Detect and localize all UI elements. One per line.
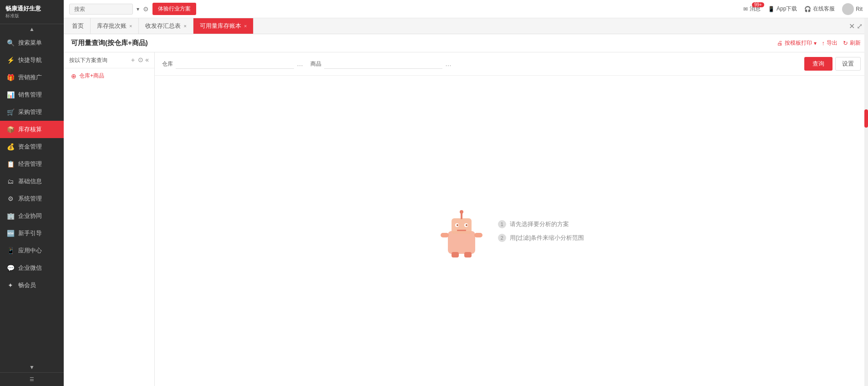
sidebar-item-marketing[interactable]: 🎁营销推广 bbox=[0, 69, 64, 86]
content-area: 按以下方案查询 ＋ ⊙ « ⊕仓库+商品 仓库 … 商品 bbox=[64, 52, 868, 386]
sidebar-bottom: ☰ bbox=[0, 372, 64, 386]
scheme-panel: 按以下方案查询 ＋ ⊙ « ⊕仓库+商品 bbox=[64, 52, 155, 386]
refresh-btn[interactable]: ↻ 刷新 bbox=[843, 39, 861, 47]
svg-rect-8 bbox=[457, 230, 466, 231]
collapse-icon[interactable]: « bbox=[145, 56, 149, 64]
print-label: 按模板打印 bbox=[785, 39, 812, 47]
tab-label-available: 可用量库存账本 bbox=[200, 22, 241, 30]
sidebar: 畅康通好生意 标准版 ▲ 🔍搜索菜单⚡快捷导航🎁营销推广📊销售管理🛒采购管理📦库… bbox=[0, 0, 64, 386]
scheme-item-warehouse-goods[interactable]: ⊕仓库+商品 bbox=[64, 68, 154, 83]
warehouse-label: 仓库 bbox=[162, 60, 173, 68]
sidebar-item-system[interactable]: ⚙系统管理 bbox=[0, 190, 64, 207]
wechat-icon: 💬 bbox=[6, 264, 15, 272]
print-dropdown-icon[interactable]: ▾ bbox=[814, 40, 817, 46]
sidebar-item-label: 系统管理 bbox=[18, 195, 42, 203]
empty-tips: 1 请先选择要分析的方案 2 用[过滤]条件来缩小分析范围 bbox=[498, 220, 584, 242]
svg-point-3 bbox=[460, 210, 463, 214]
export-icon: ↑ bbox=[822, 40, 825, 46]
setting-button[interactable]: 设置 bbox=[835, 57, 861, 71]
robot-svg bbox=[439, 208, 484, 258]
warehouse-field: 仓库 … bbox=[162, 59, 303, 69]
sidebar-item-purchase[interactable]: 🛒采购管理 bbox=[0, 103, 64, 121]
query-button[interactable]: 查询 bbox=[804, 57, 832, 71]
close-tab-btn[interactable]: ✕ bbox=[849, 22, 855, 31]
filter-area: 仓库 … 商品 … 查询 设置 bbox=[155, 52, 868, 386]
warehouse-input[interactable] bbox=[176, 59, 294, 69]
tab-close-batch[interactable]: × bbox=[129, 23, 132, 29]
right-scrollbar[interactable] bbox=[864, 18, 868, 386]
sidebar-item-corp[interactable]: 🏢企业协同 bbox=[0, 207, 64, 225]
sidebar-scroll-down[interactable]: ▼ bbox=[0, 362, 64, 372]
tab-close-summary[interactable]: × bbox=[183, 23, 186, 29]
message-badge: 99+ bbox=[752, 2, 764, 7]
app-title: 畅康通好生意 bbox=[5, 5, 58, 13]
user-avatar[interactable]: Rit bbox=[842, 3, 863, 15]
gear-icon[interactable]: ⚙ bbox=[143, 5, 149, 13]
sidebar-nav: 🔍搜索菜单⚡快捷导航🎁营销推广📊销售管理🛒采购管理📦库存核算💰资金管理📋经营管理… bbox=[0, 34, 64, 362]
inventory-icon: 📦 bbox=[6, 126, 15, 133]
sidebar-item-sales[interactable]: 📊销售管理 bbox=[0, 86, 64, 103]
main-area: ▾ ⚙ 体验行业方案 ✉ 消息 99+ 📱 App下载 🎧 在线客服 Rit bbox=[64, 0, 868, 386]
expand-tab-btn[interactable]: ⤢ bbox=[857, 22, 863, 31]
user-name: Rit bbox=[856, 6, 863, 12]
headset-icon: 🎧 bbox=[804, 6, 811, 12]
dropdown-icon[interactable]: ▾ bbox=[137, 6, 139, 12]
add-scheme-icon[interactable]: ＋ bbox=[130, 56, 136, 64]
app-download-label: App下载 bbox=[777, 5, 797, 13]
member-icon: ✦ bbox=[6, 282, 15, 289]
tabs-bar: 首页库存批次账×收发存汇总表×可用量库存账本× ✕ ⤢ bbox=[64, 18, 868, 34]
sidebar-item-guide[interactable]: 🆕新手引导 bbox=[0, 225, 64, 242]
scheme-header-actions: ＋ ⊙ « bbox=[130, 56, 149, 64]
sidebar-item-label: 企业协同 bbox=[18, 212, 42, 220]
industry-btn[interactable]: 体验行业方案 bbox=[152, 3, 196, 15]
tip-1: 1 请先选择要分析的方案 bbox=[498, 220, 584, 228]
setting-scheme-icon[interactable]: ⊙ bbox=[138, 56, 143, 64]
sidebar-item-search[interactable]: 🔍搜索菜单 bbox=[0, 34, 64, 51]
sales-icon: 📊 bbox=[6, 91, 15, 98]
svg-rect-12 bbox=[464, 252, 472, 257]
tip-num-1: 1 bbox=[498, 220, 506, 228]
app-logo: 畅康通好生意 标准版 bbox=[0, 0, 64, 24]
app-version: 标准版 bbox=[5, 13, 58, 19]
tab-close-available[interactable]: × bbox=[244, 23, 247, 29]
corp-icon: 🏢 bbox=[6, 212, 15, 220]
sidebar-bottom-icon: ☰ bbox=[30, 376, 34, 382]
goods-input[interactable] bbox=[324, 59, 442, 69]
print-btn[interactable]: 🖨 按模板打印 ▾ bbox=[777, 39, 817, 47]
print-icon: 🖨 bbox=[777, 40, 783, 46]
sidebar-scroll-up[interactable]: ▲ bbox=[0, 24, 64, 34]
goods-field: 商品 … bbox=[310, 59, 452, 69]
message-btn[interactable]: ✉ 消息 99+ bbox=[743, 5, 761, 13]
svg-point-7 bbox=[466, 224, 467, 226]
sidebar-item-label: 搜索菜单 bbox=[18, 39, 42, 47]
online-service-btn[interactable]: 🎧 在线客服 bbox=[804, 5, 835, 13]
sidebar-item-operation[interactable]: 📋经营管理 bbox=[0, 155, 64, 173]
sidebar-item-basic[interactable]: 🗂基础信息 bbox=[0, 173, 64, 190]
appstore-icon: 📱 bbox=[6, 247, 15, 254]
goods-more-icon[interactable]: … bbox=[445, 60, 452, 67]
tip-text-2: 用[过滤]条件来缩小分析范围 bbox=[510, 234, 584, 242]
tab-summary[interactable]: 收发存汇总表× bbox=[139, 18, 193, 34]
svg-rect-11 bbox=[452, 252, 459, 257]
sidebar-item-finance[interactable]: 💰资金管理 bbox=[0, 138, 64, 155]
sidebar-item-shortcut[interactable]: ⚡快捷导航 bbox=[0, 51, 64, 69]
topbar: ▾ ⚙ 体验行业方案 ✉ 消息 99+ 📱 App下载 🎧 在线客服 Rit bbox=[64, 0, 868, 18]
app-icon: 📱 bbox=[768, 6, 775, 12]
tab-batch[interactable]: 库存批次账× bbox=[91, 18, 139, 34]
sidebar-item-wechat[interactable]: 💬企业微信 bbox=[0, 259, 64, 277]
export-btn[interactable]: ↑ 导出 bbox=[822, 39, 838, 47]
tab-home[interactable]: 首页 bbox=[66, 18, 91, 34]
sidebar-item-appstore[interactable]: 📱应用中心 bbox=[0, 242, 64, 259]
export-label: 导出 bbox=[827, 39, 838, 47]
tab-available[interactable]: 可用量库存账本× bbox=[193, 18, 254, 34]
app-download-btn[interactable]: 📱 App下载 bbox=[768, 5, 797, 13]
sidebar-item-label: 资金管理 bbox=[18, 143, 42, 151]
svg-rect-9 bbox=[441, 233, 449, 237]
sidebar-item-inventory[interactable]: 📦库存核算 bbox=[0, 121, 64, 138]
warehouse-more-icon[interactable]: … bbox=[297, 60, 303, 67]
tip-num-2: 2 bbox=[498, 234, 506, 242]
scrollbar-handle[interactable] bbox=[864, 109, 868, 128]
search-input[interactable] bbox=[69, 4, 133, 15]
sidebar-item-member[interactable]: ✦畅会员 bbox=[0, 277, 64, 294]
marketing-icon: 🎁 bbox=[6, 74, 15, 81]
